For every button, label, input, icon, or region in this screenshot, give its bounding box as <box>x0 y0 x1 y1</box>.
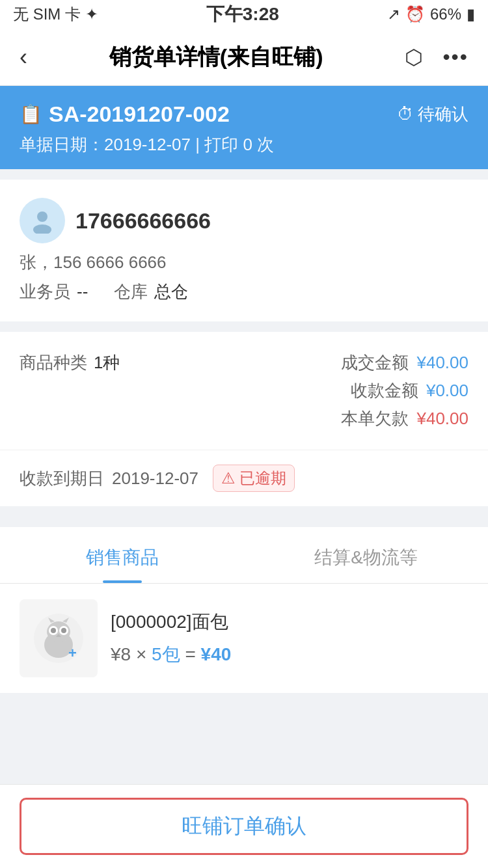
customer-name: 张，156 6666 6666 <box>20 251 468 274</box>
tab-products[interactable]: 销售商品 <box>0 527 244 583</box>
header-card: 📋 SA-20191207-002 ⏱ 待确认 单据日期：2019-12-07 … <box>0 86 488 169</box>
deal-amount: ¥40.00 <box>416 353 468 373</box>
battery-label: 66% <box>430 5 461 23</box>
tabs: 销售商品 结算&物流等 <box>0 527 488 584</box>
nav-icons: ⬡ ••• <box>405 45 468 70</box>
order-id: 📋 SA-20191207-002 <box>20 102 230 127</box>
customer-meta: 业务员 -- 仓库 总仓 <box>20 280 468 303</box>
receipt-amount: ¥0.00 <box>426 381 468 401</box>
svg-text:+: + <box>68 645 77 661</box>
category-label: 商品种类 <box>20 351 87 374</box>
bottom-bar: 旺铺订单确认 <box>0 784 488 868</box>
product-section: + [0000002]面包 ¥8 × 5包 = ¥40 <box>0 584 488 693</box>
svg-point-1 <box>33 224 51 234</box>
quantity-value: 5包 <box>152 644 180 664</box>
multiply-sign: × <box>136 644 152 664</box>
due-date-label: 收款到期日 <box>20 467 104 490</box>
salesperson-label: 业务员 <box>20 280 70 303</box>
warehouse-label: 仓库 <box>114 280 148 303</box>
customer-phone: 17666666666 <box>75 208 211 234</box>
status-bar-right: ↗ ⏰ 66% ▮ <box>387 5 475 23</box>
tab-settlement[interactable]: 结算&物流等 <box>244 527 488 583</box>
due-date-row: 收款到期日 2019-12-07 ⚠ 已逾期 <box>0 450 488 506</box>
product-price: ¥8 × 5包 = ¥40 <box>111 642 468 667</box>
customer-section: 17666666666 张，156 6666 6666 业务员 -- 仓库 总仓 <box>0 180 488 321</box>
status-bar-time: 下午3:28 <box>206 2 279 27</box>
overdue-badge: ⚠ 已逾期 <box>213 465 295 492</box>
alarm-icon: ⏰ <box>405 5 425 23</box>
order-icon: 📋 <box>20 103 42 125</box>
svg-point-7 <box>51 628 56 633</box>
nav-bar: ‹ 销货单详情(来自旺铺) ⬡ ••• <box>0 29 488 86</box>
overdue-text: 已逾期 <box>239 468 286 489</box>
page-title: 销货单详情(来自旺铺) <box>109 42 323 72</box>
due-date-value: 2019-12-07 <box>112 468 198 489</box>
product-thumbnail: + <box>20 599 98 677</box>
order-status: ⏱ 待确认 <box>397 103 468 126</box>
receipt-label: 收款金额 <box>351 379 418 402</box>
overdue-icon: ⚠ <box>221 469 236 487</box>
battery-icon: ▮ <box>467 5 475 23</box>
sim-label: 无 SIM 卡 ✦ <box>13 4 98 25</box>
price-value: ¥8 <box>111 644 131 664</box>
more-icon[interactable]: ••• <box>442 45 468 69</box>
product-name: [0000002]面包 <box>111 610 468 634</box>
product-info: [0000002]面包 ¥8 × 5包 = ¥40 <box>111 610 468 667</box>
summary-section: 商品种类 1种 成交金额 ¥40.00 收款金额 ¥0.00 本单欠款 ¥40.… <box>0 332 488 450</box>
status-bar: 无 SIM 卡 ✦ 下午3:28 ↗ ⏰ 66% ▮ <box>0 0 488 29</box>
svg-point-8 <box>61 628 66 633</box>
avatar <box>20 198 65 243</box>
status-bar-left: 无 SIM 卡 ✦ <box>13 4 98 25</box>
warehouse-value: 总仓 <box>154 280 188 303</box>
order-date: 单据日期：2019-12-07 | 打印 0 次 <box>20 133 468 156</box>
total-value: ¥40 <box>201 644 232 664</box>
deal-amount-label: 成交金额 <box>341 351 409 374</box>
equals-sign: = <box>185 644 200 664</box>
svg-point-0 <box>37 211 47 222</box>
due-amount: ¥40.00 <box>416 409 468 429</box>
location-icon: ↗ <box>387 5 400 23</box>
share-icon[interactable]: ⬡ <box>405 45 423 70</box>
divider-1 <box>0 506 488 517</box>
salesperson-value: -- <box>77 282 88 302</box>
due-label: 本单欠款 <box>341 407 409 430</box>
confirm-order-button[interactable]: 旺铺订单确认 <box>20 798 468 855</box>
back-button[interactable]: ‹ <box>20 44 27 71</box>
product-item: + [0000002]面包 ¥8 × 5包 = ¥40 <box>20 599 468 677</box>
category-value: 1种 <box>94 351 120 374</box>
clock-icon: ⏱ <box>397 104 414 124</box>
